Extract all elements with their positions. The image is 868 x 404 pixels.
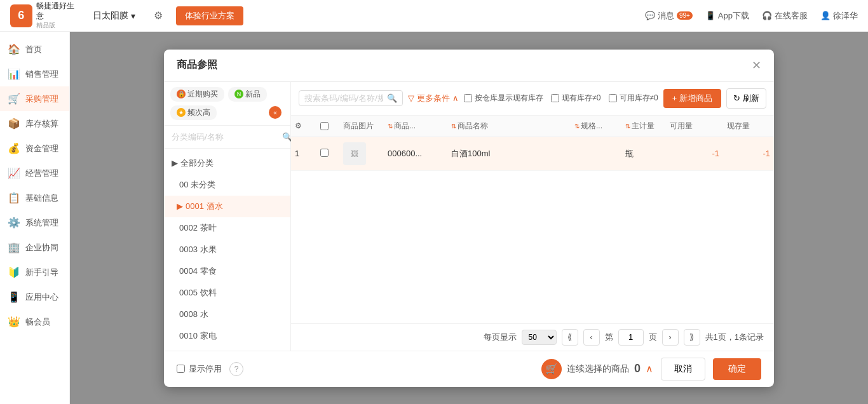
sidebar-item-finance[interactable]: 💰 资金管理 [0,136,69,161]
category-tea[interactable]: 0002 茶叶 [164,217,290,239]
headset-icon: 🎧 [762,11,772,20]
cell-unit: 瓶 [621,143,666,165]
filter-label: 更多条件 [417,93,450,104]
settings-icon[interactable]: ⚙ [148,6,168,26]
left-sidebar: 🏠 首页 📊 销售管理 🛒 采购管理 📦 库存核算 💰 资金管理 📈 经营管理 … [0,32,70,404]
row-checkbox[interactable] [320,149,329,157]
page-next-button[interactable]: › [662,329,679,346]
service-label: 在线客服 [775,10,808,22]
cell-stock: -1 [723,144,774,163]
filter-more-button[interactable]: ▽ 更多条件 ∧ [408,93,459,104]
refresh-button[interactable]: ↻ 刷新 [726,88,766,109]
help-icon[interactable]: ? [229,362,243,376]
collapse-panel-button[interactable]: « [269,106,281,119]
product-image-icon: 🖼 [351,149,358,158]
sidebar-item-operation[interactable]: 📈 经营管理 [0,161,69,185]
display-disabled-input[interactable] [177,365,185,373]
search-icon[interactable]: 🔍 [387,93,397,103]
frequent-tag[interactable]: ★ 频次高 [170,105,217,120]
guide-icon: 🔰 [8,266,20,278]
product-panel: 🔍 ▽ 更多条件 ∧ 按仓库显示现有库存 [291,82,774,351]
collapse-cart-button[interactable]: ∧ [646,363,653,375]
sidebar-item-apps[interactable]: 📱 应用中心 [0,285,69,309]
online-service-item[interactable]: 🎧 在线客服 [762,10,808,22]
display-disabled-label: 显示停用 [189,363,222,375]
per-page-select[interactable]: 50 10 20 100 [522,330,557,345]
category-snack[interactable]: 0004 零食 [164,260,290,282]
available-neq0-checkbox[interactable]: 现有库存≠0 [551,93,600,104]
sidebar-item-collab[interactable]: 🏢 企业协同 [0,235,69,260]
all-categories-item[interactable]: ▶ 全部分类 [164,152,290,174]
category-appliance[interactable]: 0010 家电 [164,325,290,347]
show-stock-checkbox[interactable]: 按仓库显示现有库存 [464,93,543,104]
user-name: 徐泽华 [833,10,858,22]
sidebar-item-home[interactable]: 🏠 首页 [0,37,69,62]
th-image-label: 商品图片 [343,121,374,131]
sidebar-item-basic[interactable]: 📋 基础信息 [0,185,69,210]
experience-btn[interactable]: 体验行业方案 [176,6,243,25]
category-unclassified-label: 00 未分类 [179,179,215,191]
th-code-label: 商品... [394,121,416,131]
sidebar-item-system[interactable]: ⚙️ 系统管理 [0,210,69,235]
sidebar-label-system: 系统管理 [25,217,58,229]
store-selector[interactable]: 日太阳膜 ▾ [88,8,140,24]
category-fruit[interactable]: 0003 水果 [164,239,290,260]
th-unit[interactable]: ⇅ 主计量 [621,116,666,137]
cancel-button[interactable]: 取消 [661,358,705,380]
message-item[interactable]: 💬 消息 99+ [645,10,693,22]
available-neq0-label: 现有库存≠0 [562,93,600,104]
th-spec[interactable]: ⇅ 规格... [571,116,621,137]
category-alcohol[interactable]: ▶ 0001 酒水 [164,196,290,217]
refresh-label: 刷新 [743,93,759,104]
new-icon: N [234,90,243,98]
product-reference-modal: 商品参照 ✕ 🔒 近期购买 N [164,50,774,387]
th-name-label: 商品名称 [458,121,488,131]
page-last-button[interactable]: ⟫ [684,329,700,346]
sidebar-item-sales[interactable]: 📊 销售管理 [0,62,69,86]
message-icon: 💬 [645,11,655,20]
show-stock-input[interactable] [464,94,472,102]
sort-name-icon: ⇅ [451,123,456,130]
display-disabled-checkbox[interactable]: 显示停用 [177,363,222,375]
modal-close-button[interactable]: ✕ [752,58,761,72]
finance-icon: 💰 [8,142,20,154]
th-unit-label: 主计量 [632,121,654,131]
confirm-button[interactable]: 确定 [713,358,761,380]
user-item[interactable]: 👤 徐泽华 [820,10,858,22]
category-fruit-label: 0003 水果 [179,244,217,255]
th-name[interactable]: ⇅ 商品名称 [447,116,571,137]
add-product-button[interactable]: + 新增商品 [663,89,721,108]
filter-icon: ▽ [408,93,414,103]
category-water[interactable]: 0008 水 [164,304,290,325]
category-unclassified[interactable]: 00 未分类 [164,174,290,196]
category-search-input[interactable] [172,132,278,142]
settings-col-icon[interactable]: ⚙ [295,121,302,130]
page-number-input[interactable] [618,329,644,346]
cart-icon: 🛒 [541,359,562,379]
main-content: 商品参照 ✕ 🔒 近期购买 N [70,32,868,404]
th-spec-label: 规格... [581,121,602,131]
new-product-tag[interactable]: N 新品 [228,87,267,102]
usable-neq0-checkbox[interactable]: 可用库存≠0 [609,93,658,104]
sidebar-item-member[interactable]: 👑 畅会员 [0,309,69,334]
cell-num: 1 [291,144,316,163]
category-beverage[interactable]: 0005 饮料 [164,282,290,304]
sidebar-item-guide[interactable]: 🔰 新手引导 [0,260,69,285]
sidebar-label-collab: 企业协同 [25,242,58,253]
modal-overlay: 商品参照 ✕ 🔒 近期购买 N [70,32,868,404]
th-stock-label: 现存量 [727,121,750,131]
th-avail-label: 可用量 [670,121,693,131]
sidebar-item-inventory[interactable]: 📦 库存核算 [0,111,69,136]
usable-neq0-input[interactable] [609,94,617,102]
page-total-info: 共1页，1条记录 [705,332,764,343]
product-search-input[interactable] [304,93,383,103]
available-neq0-input[interactable] [551,94,559,102]
recent-purchase-tag[interactable]: 🔒 近期购买 [170,87,224,102]
table-row[interactable]: 1 🖼 000600... [291,137,774,171]
sidebar-item-purchase[interactable]: 🛒 采购管理 [0,86,69,111]
page-prev-button[interactable]: ‹ [583,329,600,346]
page-first-button[interactable]: ⟪ [562,329,578,346]
th-code[interactable]: ⇅ 商品... [384,116,447,137]
select-all-checkbox[interactable] [320,122,329,130]
app-download-item[interactable]: 📱 App下载 [705,10,749,22]
